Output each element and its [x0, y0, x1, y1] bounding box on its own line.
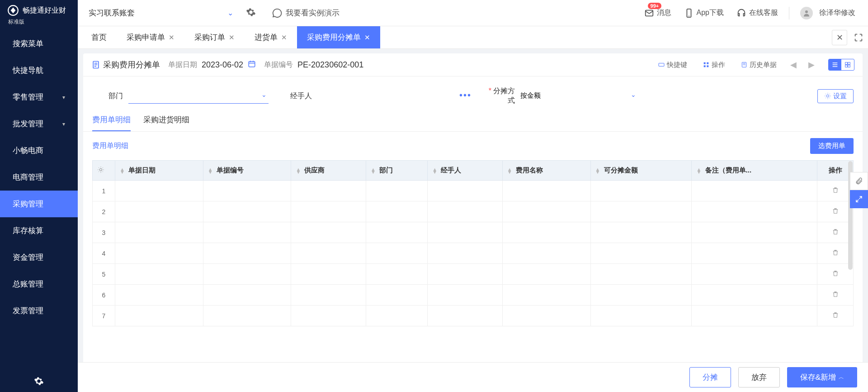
cell[interactable]	[428, 243, 503, 264]
table-row[interactable]: 5	[93, 264, 854, 285]
column-header-6[interactable]: ▲▼ 可分摊金额	[590, 161, 692, 181]
cell[interactable]	[203, 285, 291, 306]
sort-icon[interactable]: ▲▼	[371, 168, 376, 173]
table-row[interactable]: 6	[93, 285, 854, 306]
list-view-button[interactable]	[829, 59, 841, 70]
sidebar-item-9[interactable]: 总账管理	[0, 271, 78, 297]
column-header-5[interactable]: ▲▼ 费用名称	[502, 161, 590, 181]
cell[interactable]	[502, 264, 590, 285]
cell[interactable]	[590, 181, 692, 201]
cell[interactable]	[590, 306, 692, 326]
sidebar-item-2[interactable]: 零售管理▾	[0, 84, 78, 110]
cell[interactable]	[502, 222, 590, 243]
user-menu[interactable]: 徐泽华修改	[800, 7, 855, 19]
sidebar-item-0[interactable]: 搜索菜单	[0, 30, 78, 57]
delete-row-button[interactable]	[832, 250, 839, 258]
cell[interactable]	[366, 264, 427, 285]
cell[interactable]	[291, 201, 366, 222]
sort-icon[interactable]: ▲▼	[595, 168, 600, 173]
cell[interactable]	[203, 222, 291, 243]
column-header-3[interactable]: ▲▼ 部门	[366, 161, 427, 181]
expand-button[interactable]	[850, 190, 868, 208]
attachment-button[interactable]	[850, 172, 868, 190]
card-view-button[interactable]	[841, 59, 854, 70]
cell[interactable]	[291, 264, 366, 285]
cell[interactable]	[692, 243, 817, 264]
cell[interactable]	[502, 181, 590, 201]
cell[interactable]	[115, 285, 203, 306]
column-header-2[interactable]: ▲▼ 供应商	[291, 161, 366, 181]
delete-row-button[interactable]	[832, 229, 839, 237]
tab-2[interactable]: 采购订单✕	[184, 26, 245, 48]
table-row[interactable]: 1	[93, 181, 854, 201]
cell[interactable]	[692, 285, 817, 306]
cell[interactable]	[366, 181, 427, 201]
cell[interactable]	[291, 285, 366, 306]
cell[interactable]	[291, 306, 366, 326]
sidebar-item-3[interactable]: 批发管理▾	[0, 110, 78, 137]
cell[interactable]	[291, 181, 366, 201]
handler-input[interactable]	[317, 88, 458, 104]
next-record-button[interactable]: ▶	[808, 60, 815, 70]
cell[interactable]	[203, 243, 291, 264]
history-button[interactable]: 历史单据	[741, 61, 777, 69]
operate-button[interactable]: 操作	[703, 61, 725, 69]
account-settings-button[interactable]	[246, 7, 256, 19]
column-header-1[interactable]: ▲▼ 单据编号	[203, 161, 291, 181]
sort-icon[interactable]: ▲▼	[208, 168, 213, 173]
tab-1[interactable]: 采购申请单✕	[117, 26, 184, 48]
cell[interactable]	[428, 285, 503, 306]
cell[interactable]	[366, 222, 427, 243]
sort-icon[interactable]: ▲▼	[432, 168, 437, 173]
table-row[interactable]: 4	[93, 243, 854, 264]
cell[interactable]	[115, 181, 203, 201]
sort-icon[interactable]: ▲▼	[507, 168, 512, 173]
tab-0[interactable]: 首页	[81, 26, 117, 48]
select-expense-button[interactable]: 选费用单	[810, 138, 854, 154]
cell[interactable]	[428, 181, 503, 201]
messages-button[interactable]: 99+ 消息	[644, 8, 671, 18]
cell[interactable]	[428, 306, 503, 326]
account-selector[interactable]: 实习联系账套 ⌄	[84, 5, 238, 21]
cell[interactable]	[366, 243, 427, 264]
cell[interactable]	[203, 181, 291, 201]
sidebar-item-5[interactable]: 电商管理	[0, 164, 78, 191]
column-header-0[interactable]: ▲▼ 单据日期	[115, 161, 203, 181]
cell[interactable]	[692, 222, 817, 243]
cell[interactable]	[366, 285, 427, 306]
app-download-button[interactable]: App下载	[684, 8, 724, 18]
delete-row-button[interactable]	[832, 313, 839, 320]
cell[interactable]	[115, 222, 203, 243]
sidebar-item-8[interactable]: 资金管理	[0, 244, 78, 271]
shortcut-button[interactable]: 快捷键	[658, 61, 687, 69]
dept-input[interactable]	[128, 88, 269, 104]
more-icon[interactable]: •••	[459, 90, 472, 100]
online-service-button[interactable]: 在线客服	[736, 8, 778, 18]
calendar-icon[interactable]	[248, 60, 256, 70]
cell[interactable]	[366, 306, 427, 326]
column-settings-button[interactable]	[93, 161, 115, 181]
tab-3[interactable]: 进货单✕	[245, 26, 297, 48]
cell[interactable]	[115, 264, 203, 285]
cell[interactable]	[203, 264, 291, 285]
table-row[interactable]: 7	[93, 306, 854, 326]
cell[interactable]	[291, 222, 366, 243]
sidebar-item-1[interactable]: 快捷导航	[0, 57, 78, 84]
close-all-tabs-button[interactable]: ✕	[832, 30, 847, 45]
sidebar-settings-button[interactable]	[0, 376, 78, 387]
date-field[interactable]: 单据日期 2023-06-02	[168, 60, 256, 70]
cell[interactable]	[692, 201, 817, 222]
cell[interactable]	[590, 285, 692, 306]
close-icon[interactable]: ✕	[364, 33, 370, 42]
delete-row-button[interactable]	[832, 188, 839, 195]
cell[interactable]	[502, 285, 590, 306]
cell[interactable]	[590, 222, 692, 243]
column-header-7[interactable]: ▲▼ 备注（费用单...	[692, 161, 817, 181]
delete-row-button[interactable]	[832, 292, 839, 299]
sub-tab-0[interactable]: 费用单明细	[92, 115, 131, 131]
settings-button[interactable]: 设置	[817, 89, 854, 103]
sidebar-item-4[interactable]: 小畅电商	[0, 137, 78, 164]
sidebar-item-7[interactable]: 库存核算	[0, 217, 78, 244]
cell[interactable]	[291, 243, 366, 264]
delete-row-button[interactable]	[832, 209, 839, 216]
